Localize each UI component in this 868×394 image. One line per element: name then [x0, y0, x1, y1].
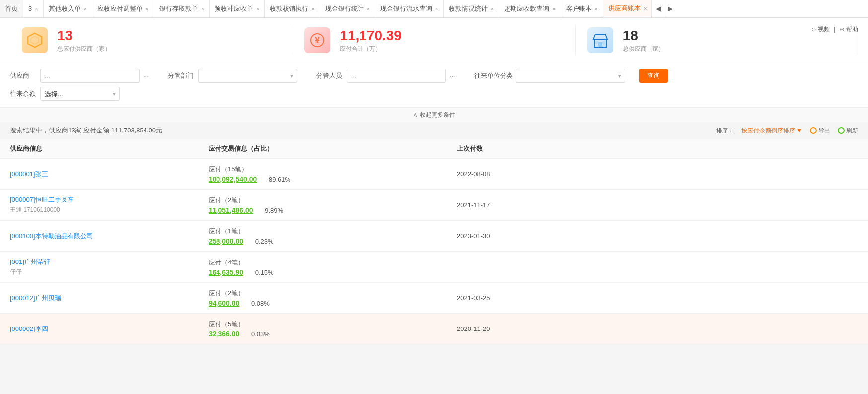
close-icon[interactable]: ×	[35, 6, 38, 12]
refresh-icon	[838, 127, 845, 134]
tx-label-5: 应付（5笔）	[209, 320, 457, 328]
person-input[interactable]	[347, 69, 446, 83]
row-transaction-4: 应付（2笔） 94,600.00 0.08%	[209, 289, 457, 307]
shop-icon	[585, 25, 615, 55]
pipe-divider: |	[834, 26, 835, 33]
tx-amount-1[interactable]: 11,051,486.00	[209, 206, 253, 214]
summary-text-suppliers: 13 总应付供应商（家）	[57, 27, 111, 54]
unit-class-select[interactable]	[516, 69, 625, 83]
unit-class-filter-label: 往来单位分类	[474, 71, 513, 80]
close-icon[interactable]: ×	[435, 6, 438, 12]
nav-tab-bank-deposit[interactable]: 银行存取款单 ×	[154, 0, 210, 18]
collapse-bar[interactable]: ∧ 收起更多条件	[0, 107, 868, 122]
lastpay-date-1: 2021-11-17	[457, 201, 490, 209]
tx-amount-row: 11,051,486.00 9.89%	[209, 206, 457, 214]
nav-tab-3[interactable]: 3 ×	[23, 0, 44, 18]
supplier-link-0[interactable]: [000001]张三	[10, 170, 209, 179]
video-link[interactable]: 视频	[818, 26, 830, 33]
top-navigation: 首页 3 × 其他收入单 × 应收应付调整单 × 银行存取款单 × 预收冲应收单…	[0, 0, 868, 18]
tx-amount-0[interactable]: 100,092,540.00	[209, 175, 257, 183]
supplier-link-3[interactable]: [001]广州荣轩	[10, 258, 209, 266]
tx-amount-2[interactable]: 258,000.00	[209, 237, 243, 245]
supplier-link-2[interactable]: [000100]本特勒油品有限公司	[10, 232, 209, 241]
result-text: 搜索结果中，供应商13家 应付金额 111,703,854.00元	[10, 126, 162, 135]
nav-tab-collection-verify[interactable]: 收款核销执行 ×	[265, 0, 320, 18]
help-link[interactable]: 帮助	[846, 26, 858, 33]
supplier-input[interactable]	[40, 69, 140, 83]
nav-tab-vendor-book[interactable]: 供应商账本 ×	[603, 0, 652, 18]
nav-prev-arrow[interactable]: ◀	[652, 0, 664, 18]
table-row: [000001]张三 应付（15笔） 100,092,540.00 89.61%…	[0, 159, 868, 190]
tx-amount-3[interactable]: 164,635.90	[209, 268, 243, 276]
tx-amount-4[interactable]: 94,600.00	[209, 299, 239, 307]
filter-row-1: 供应商 ··· 分管部门 ▼ 分管人员 ··· 往来单位分类	[10, 69, 858, 83]
row-lastpay-1: 2021-11-17	[457, 196, 858, 214]
summary-card-amount: ¥ 11,170.39 应付合计（万）	[292, 25, 575, 55]
export-icon	[810, 127, 817, 134]
nav-tab-prepay-ar[interactable]: 预收冲应收单 ×	[210, 0, 265, 18]
nav-tab-other-income[interactable]: 其他收入单 ×	[44, 0, 92, 18]
nav-tab-cash-bank-flow[interactable]: 现金银行流水查询 ×	[375, 0, 443, 18]
total-suppliers-count: 18	[623, 27, 664, 44]
header-transaction: 应付交易信息（占比）	[209, 144, 457, 153]
lastpay-date-5: 2020-11-20	[457, 325, 490, 332]
nav-tab-ar-ap-adjust[interactable]: 应收应付调整单 ×	[92, 0, 154, 18]
sort-select[interactable]: 按应付余额倒序排序 ▼	[741, 127, 802, 135]
tx-amount-5[interactable]: 32,366.00	[209, 330, 239, 338]
top-links: ⊙ 视频 | ⊙ 帮助	[811, 25, 859, 34]
close-icon[interactable]: ×	[256, 6, 259, 12]
svg-rect-6	[595, 41, 598, 44]
close-icon[interactable]: ×	[145, 6, 148, 12]
nav-tab-bank-deposit-label: 银行存取款单	[159, 4, 198, 13]
dept-select[interactable]	[198, 69, 297, 83]
row-lastpay-2: 2023-01-30	[457, 227, 858, 245]
export-button[interactable]: 导出	[810, 127, 830, 135]
refresh-button[interactable]: 刷新	[838, 127, 858, 135]
close-icon[interactable]: ×	[644, 5, 647, 11]
close-icon[interactable]: ×	[311, 6, 314, 12]
filter-person: 分管人员 ···	[316, 69, 455, 83]
nav-tab-overdue-ar[interactable]: 超期应收款查询 ×	[499, 0, 561, 18]
summary-card-suppliers: 13 总应付供应商（家）	[10, 25, 292, 55]
tx-label-4: 应付（2笔）	[209, 289, 457, 298]
header-lastpay-label: 上次付数	[457, 145, 483, 152]
filter-area: 供应商 ··· 分管部门 ▼ 分管人员 ··· 往来单位分类	[0, 63, 868, 107]
nav-tab-overdue-ar-label: 超期应收款查询	[504, 4, 549, 13]
tx-percent-5: 0.03%	[251, 330, 270, 338]
nav-next-arrow[interactable]: ▶	[664, 0, 676, 18]
filter-row-2: 往来余额 选择... ▼	[10, 87, 858, 101]
close-icon[interactable]: ×	[595, 6, 598, 12]
balance-select[interactable]: 选择...	[40, 87, 120, 101]
supplier-filter-label: 供应商	[10, 71, 37, 80]
close-icon[interactable]: ×	[201, 6, 204, 12]
close-icon[interactable]: ×	[491, 6, 494, 12]
result-bar-right: 排序： 按应付余额倒序排序 ▼ 导出 刷新	[716, 127, 858, 135]
nav-tab-home[interactable]: 首页	[0, 0, 23, 18]
svg-marker-1	[31, 36, 39, 44]
table-row: [000012]广州贝瑞 应付（2笔） 94,600.00 0.08% 2021…	[0, 283, 868, 314]
nav-tab-cash-bank-stat-label: 现金银行统计	[325, 4, 364, 13]
close-icon[interactable]: ×	[84, 6, 87, 12]
supplier-subinfo-3: 仔仔	[10, 268, 209, 276]
svg-text:¥: ¥	[315, 35, 320, 45]
close-icon[interactable]: ×	[552, 6, 555, 12]
supplier-link-4[interactable]: [000012]广州贝瑞	[10, 294, 209, 303]
tx-label-2: 应付（1笔）	[209, 227, 457, 236]
tx-amount-row: 32,366.00 0.03%	[209, 330, 457, 338]
supplier-link-5[interactable]: [000002]李四	[10, 325, 209, 333]
lastpay-date-2: 2023-01-30	[457, 232, 490, 240]
nav-tab-customer-book[interactable]: 客户账本 ×	[561, 0, 603, 18]
row-supplier-3: [001]广州荣轩 仔仔	[10, 258, 209, 276]
dept-select-wrap: ▼	[198, 69, 297, 83]
tx-percent-1: 9.89%	[265, 207, 283, 214]
summary-area: 13 总应付供应商（家） ¥ 11,170.39 应付合计（万）	[0, 18, 868, 63]
search-button[interactable]: 查询	[639, 69, 668, 83]
close-icon[interactable]: ×	[367, 6, 370, 12]
row-supplier-0: [000001]张三	[10, 165, 209, 183]
row-transaction-5: 应付（5笔） 32,366.00 0.03%	[209, 320, 457, 338]
supplier-link-1[interactable]: [000007]恒旺二手叉车	[10, 196, 209, 204]
nav-tab-collection-stat[interactable]: 收款情况统计 ×	[444, 0, 499, 18]
suppliers-label: 总应付供应商（家）	[57, 45, 111, 53]
nav-tab-cash-bank-stat[interactable]: 现金银行统计 ×	[320, 0, 375, 18]
help-question-icon: ⊙	[840, 26, 845, 33]
